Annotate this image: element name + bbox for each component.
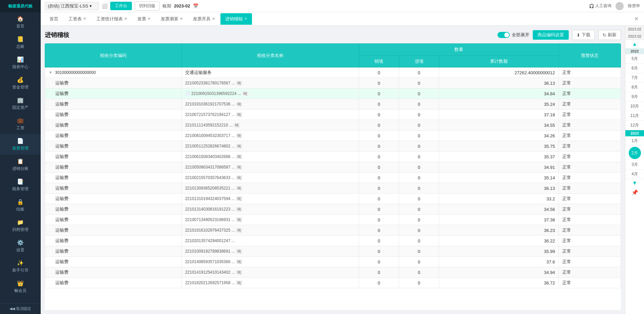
table-row: 运输费 2210111143592152210 ... 吨 0 0 34.55 … [45,120,621,131]
td-purchase: 0 [399,141,439,152]
nav-down-arrow[interactable]: ▼ [632,180,638,186]
sidebar-item-home[interactable]: 🏠 首页 [0,12,41,33]
td-name: 运输费 [45,225,182,236]
td-sub-code: 2210072157376219412​7 ... 吨 [181,110,359,120]
td-cumulative: 37.38 [439,215,559,225]
download-button[interactable]: ⬇ 下载 [572,30,595,40]
pin-button[interactable]: 📌 [625,187,644,198]
td-purchase: 0 [399,246,439,257]
td-sub-code: 2210052338178017656​7 ... 吨 [181,78,359,89]
td-status: 正常 [559,152,621,162]
td-purchase: 0 [399,110,439,120]
sidebar-item-close[interactable]: 🔒 结账 [0,195,41,216]
sidebar-label-assets: 固定资产 [12,105,28,111]
month-9[interactable]: 9月 [625,92,644,102]
sidebar-item-funds[interactable]: 💰 资金管理 [0,73,41,94]
close-all-tabs-button[interactable]: ✕ [633,16,640,22]
td-sales: 0 [359,141,399,152]
month-2-active[interactable]: 2月 [629,147,641,159]
td-status: 正常 [559,257,621,267]
company-selector[interactable]: (勿动) 江西报宝-LSS ▾ [45,2,99,10]
tab-invoice-close[interactable]: ✕ [148,17,151,21]
td-name: 交通运输服务 [181,67,359,78]
sidebar-item-settings[interactable]: ⚙️ 设置 [0,236,41,256]
table-row: 运输费 2210131403081619122​3 ... 吨 0 0 34.5… [45,204,621,215]
copy-icon[interactable]: ⬜ [102,3,108,9]
sidebar-item-invoice[interactable]: 📄 发票管理 [0,134,41,155]
sidebar-item-purchase-sales[interactable]: 📋 进销台账 [0,155,41,175]
tab-payroll-report-label: 工资统计报表 [96,16,123,22]
td-sub-code: 2210191610297643732​5 ... 吨 [181,225,359,236]
sidebar-item-guide[interactable]: ✨ 新手引导 [0,256,41,277]
tab-invoice-issue[interactable]: 发票开具 ✕ [188,13,220,25]
td-sales: 0 [359,267,399,278]
app-logo: 畅捷通易代账 [0,0,41,12]
member-icon: 👑 [17,280,24,287]
support-label: 人工咨询 [595,3,611,9]
sidebar-item-member[interactable]: 👑 畅会员 [0,277,41,297]
expand-toggle[interactable] [497,32,510,38]
unpin-button[interactable]: ◀◀ 取消固定 [0,303,41,314]
month-1[interactable]: 1月 [625,136,644,146]
td-status: 正常 [559,67,621,78]
right-panel-date2: 2023.02 [625,33,644,40]
tab-home[interactable]: 首页 [45,13,63,25]
support-button[interactable]: 🎧 人工咨询 [589,3,611,9]
sidebar-item-assets[interactable]: 🏢 固定资产 [0,94,41,114]
tab-invoice-calc[interactable]: 发票测算 ✕ [156,13,188,25]
sidebar-item-tax[interactable]: 📑 税务管理 [0,175,41,195]
workbench-button[interactable]: 工作台 [110,2,132,10]
username: 徐澄华 [628,3,640,9]
sidebar-label-member: 畅会员 [14,288,26,294]
sidebar-item-ledger[interactable]: 📒 总账 [0,33,41,53]
unit-tag: 吨 [236,270,242,275]
td-cumulative: 35.24 [439,99,559,110]
td-name: 运输费 [45,278,182,288]
tab-payroll-report[interactable]: 工资统计报表 ✕ [92,13,132,25]
tab-payroll-report-close[interactable]: ✕ [124,17,127,21]
tab-invoice[interactable]: 发票 ✕ [133,13,155,25]
calendar-icon[interactable]: 📅 [193,3,198,8]
product-code-settings-button[interactable]: 商品编码设置 [533,30,569,40]
tax-icon: 📑 [17,178,24,185]
td-name: 运输费 [45,246,182,257]
month-3[interactable]: 3月 [625,160,644,170]
sidebar-label-home: 首页 [16,23,24,29]
td-sales: 0 [359,215,399,225]
sidebar-item-archive[interactable]: 📁 归档管理 [0,216,41,236]
tab-invoice-calc-close[interactable]: ✕ [180,17,183,21]
month-5[interactable]: 5月 [625,54,644,64]
month-6[interactable]: 6月 [625,64,644,73]
td-cumulative: 34.94 [439,267,559,278]
archive-icon: 📁 [17,219,24,225]
main-table-container: 税收分类编码 税收分类名称 数量 预警状态 销项 进项 累计数额 [45,43,621,310]
th-tax-code: 税收分类编码 [45,44,182,67]
tab-payroll[interactable]: 工资表 ✕ [64,13,91,25]
td-name: 运输费 [45,99,182,110]
nav-up-arrow[interactable]: ▲ [632,41,638,47]
month-4[interactable]: 4月 [625,170,644,179]
month-11[interactable]: 11月 [625,111,644,121]
td-cumulative: 34.56 [439,204,559,215]
topbar-right: 🎧 人工咨询 徐澄华 [589,2,640,10]
switch-version-button[interactable]: 切到旧版 [135,1,160,11]
td-sales: 0 [359,236,399,246]
month-8[interactable]: 8月 [625,83,644,92]
td-sales: 0 [359,120,399,131]
refresh-button[interactable]: ↻ 刷新 [598,30,621,40]
month-12[interactable]: 12月 [625,121,644,130]
right-panel-nav-up: ▲ [625,40,644,48]
tab-payroll-close[interactable]: ✕ [83,17,86,21]
expand-icon[interactable]: ▼ [48,70,53,75]
sidebar-item-salary[interactable]: 💼 工资 [0,114,41,134]
month-7[interactable]: 7月 [625,73,644,83]
td-sub-code: 2210131019432403759​4 ... 吨 [181,194,359,204]
sidebar-item-reports[interactable]: 📊 报表中心 [0,53,41,73]
tab-invoice-issue-close[interactable]: ✕ [212,17,215,21]
th-sales: 销项 [359,56,399,67]
tab-purchase-sales-check-close[interactable]: ✕ [244,17,247,21]
td-sub-code: 2210061508340340268​8 ... 吨 [181,152,359,162]
month-10[interactable]: 10月 [625,102,644,111]
tab-purchase-sales-check[interactable]: 进销稽核 ✕ [220,13,252,25]
td-name: 运输费 [45,257,182,267]
